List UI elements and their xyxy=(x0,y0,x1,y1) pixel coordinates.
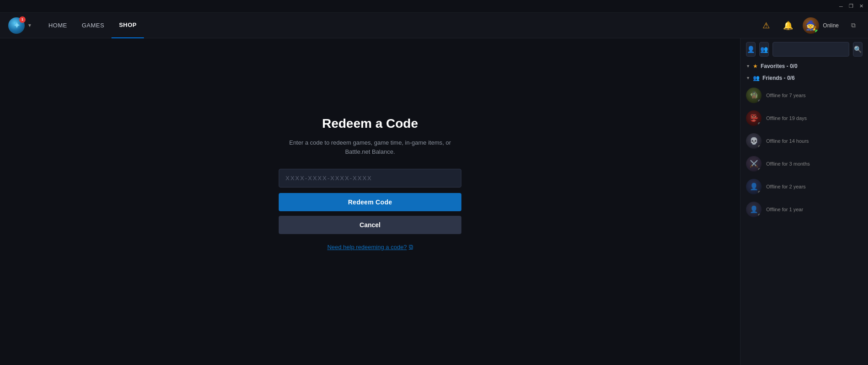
external-icon: ⧉ xyxy=(851,21,856,29)
right-sidebar: 👤 👥 🔍 ▼ ★ Favorites - 0/0 ▼ 👥 xyxy=(740,38,868,365)
list-item[interactable]: 👺 Offline for 19 days xyxy=(741,107,868,130)
title-bar: ─ ❐ ✕ xyxy=(0,0,868,13)
warning-icon: ⚠ xyxy=(762,21,770,31)
friends-arrow-icon: ▼ xyxy=(746,76,750,80)
friend-info-1: Offline for 7 years xyxy=(766,93,806,98)
friend-avatar-6: 👤 xyxy=(746,202,762,217)
main-content: Redeem a Code Enter a code to redeem gam… xyxy=(0,38,740,365)
friend-info-3: Offline for 14 hours xyxy=(766,138,809,144)
offline-dot xyxy=(757,167,761,171)
offline-dot xyxy=(757,190,761,194)
friend-info-4: Offline for 3 months xyxy=(766,161,810,167)
offline-dot xyxy=(757,213,761,217)
favorites-arrow-icon: ▼ xyxy=(746,64,750,68)
friend-avatar-5: 👤 xyxy=(746,179,762,194)
friend-info-2: Offline for 19 days xyxy=(766,115,807,121)
user-status-label: Online xyxy=(823,22,839,29)
online-dot xyxy=(815,29,819,33)
external-link-button[interactable]: ⧉ xyxy=(846,18,861,33)
friend-status-2: Offline for 19 days xyxy=(766,115,807,121)
warning-button[interactable]: ⚠ xyxy=(759,18,773,33)
redeem-code-button[interactable]: Redeem Code xyxy=(279,193,461,211)
offline-dot xyxy=(757,99,761,103)
list-item[interactable]: 🧌 Offline for 7 years xyxy=(741,84,868,107)
friend-avatar-3: 💀 xyxy=(746,133,762,149)
find-friends-button[interactable]: 👥 xyxy=(759,42,769,57)
friend-status-6: Offline for 1 year xyxy=(766,207,803,212)
restore-button[interactable]: ❐ xyxy=(848,3,854,10)
redeem-subtitle: Enter a code to redeem games, game time,… xyxy=(279,138,461,156)
favorites-star-icon: ★ xyxy=(753,63,758,69)
friends-list: 🧌 Offline for 7 years 👺 Offline for 19 d… xyxy=(741,84,868,221)
content-area: Redeem a Code Enter a code to redeem gam… xyxy=(0,38,868,365)
code-input[interactable] xyxy=(279,169,461,188)
offline-dot xyxy=(757,122,761,125)
user-profile[interactable]: 🧙 Online xyxy=(803,17,839,34)
friend-info-6: Offline for 1 year xyxy=(766,207,803,212)
help-link[interactable]: Need help redeeming a code? ⧉ xyxy=(327,243,413,250)
list-item[interactable]: 👤 Offline for 2 years xyxy=(741,175,868,198)
friend-status-1: Offline for 7 years xyxy=(766,93,806,98)
cancel-button[interactable]: Cancel xyxy=(279,216,461,234)
favorites-label: Favorites - 0/0 xyxy=(761,63,798,69)
search-icon: 🔍 xyxy=(854,46,862,53)
list-item[interactable]: 💀 Offline for 14 hours xyxy=(741,130,868,152)
bell-icon: 🔔 xyxy=(783,21,793,31)
help-link-text: Need help redeeming a code? xyxy=(327,244,407,250)
friend-status-5: Offline for 2 years xyxy=(766,184,806,189)
logo-circle: ✦ 1 xyxy=(8,17,25,34)
list-item[interactable]: ⚔️ Offline for 3 months xyxy=(741,152,868,175)
add-friend-icon: 👤 xyxy=(747,46,755,53)
top-nav: ✦ 1 ▼ HOME GAMES SHOP ⚠ 🔔 🧙 Online xyxy=(0,13,868,38)
nav-right: ⚠ 🔔 🧙 Online ⧉ xyxy=(759,17,861,34)
nav-shop[interactable]: SHOP xyxy=(111,13,144,38)
friend-avatar-1: 🧌 xyxy=(746,88,762,103)
app-layout: ✦ 1 ▼ HOME GAMES SHOP ⚠ 🔔 🧙 Online xyxy=(0,13,868,365)
avatar: 🧙 xyxy=(803,17,819,34)
friends-group-icon: 👥 xyxy=(753,75,760,81)
friend-status-3: Offline for 14 hours xyxy=(766,138,809,144)
friend-info-5: Offline for 2 years xyxy=(766,184,806,189)
friends-label: Friends - 0/6 xyxy=(762,75,795,81)
notifications-button[interactable]: 🔔 xyxy=(781,18,795,33)
list-item[interactable]: 👤 Offline for 1 year xyxy=(741,198,868,221)
favorites-section-header[interactable]: ▼ ★ Favorites - 0/0 xyxy=(741,60,868,72)
friend-avatar-4: ⚔️ xyxy=(746,156,762,172)
nav-home[interactable]: HOME xyxy=(41,13,74,38)
redeem-title: Redeem a Code xyxy=(322,116,418,131)
user-status: Online xyxy=(823,22,839,29)
help-link-icon: ⧉ xyxy=(409,243,413,250)
logo-dropdown-arrow[interactable]: ▼ xyxy=(27,23,32,28)
add-friend-button[interactable]: 👤 xyxy=(746,42,756,57)
offline-dot xyxy=(757,145,761,148)
logo-button[interactable]: ✦ 1 xyxy=(7,16,26,35)
logo-badge: 1 xyxy=(19,16,26,23)
friend-avatar-2: 👺 xyxy=(746,110,762,126)
minimize-button[interactable]: ─ xyxy=(838,3,844,10)
friends-section-header[interactable]: ▼ 👥 Friends - 0/6 xyxy=(741,72,868,84)
friend-status-4: Offline for 3 months xyxy=(766,161,810,167)
friend-search-input[interactable] xyxy=(773,42,849,57)
find-friends-icon: 👥 xyxy=(760,46,768,53)
close-button[interactable]: ✕ xyxy=(858,3,864,10)
friend-search-button[interactable]: 🔍 xyxy=(853,42,863,57)
nav-games[interactable]: GAMES xyxy=(74,13,111,38)
sidebar-header: 👤 👥 🔍 xyxy=(741,38,868,60)
redeem-container: Redeem a Code Enter a code to redeem gam… xyxy=(279,116,461,250)
